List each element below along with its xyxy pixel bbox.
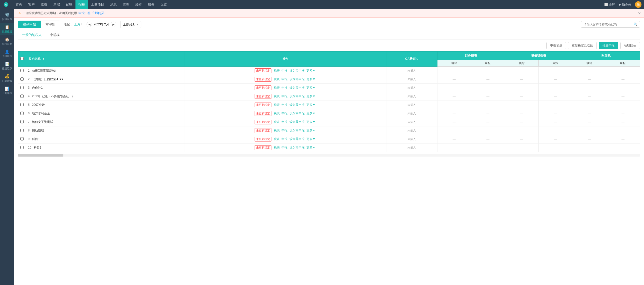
sidebar-item-personal-tax[interactable]: 👤 个税申报: [0, 48, 14, 60]
sort-icon[interactable]: ▼: [42, 58, 45, 60]
row-checkbox[interactable]: [20, 94, 24, 98]
nav-item-business[interactable]: 工商项目: [88, 0, 107, 9]
sidebar-item-annual-report[interactable]: 📊 工商年报: [0, 84, 14, 97]
op-link-zero[interactable]: 设为零申报: [290, 86, 305, 89]
op-link-report[interactable]: 申报: [281, 77, 288, 81]
row-checkbox[interactable]: [20, 146, 24, 149]
op-link-zero[interactable]: 设为零申报: [290, 146, 305, 149]
op-link-report[interactable]: 申报: [281, 69, 288, 72]
row-name: （勿删）江西胶宝-LSS: [32, 77, 63, 81]
row-checkbox[interactable]: [20, 103, 24, 106]
nav-item-home[interactable]: 首页: [13, 0, 25, 9]
op-link-report[interactable]: 申报: [281, 112, 288, 115]
op-link-more[interactable]: 更多▼: [306, 69, 315, 72]
date-next-btn[interactable]: ▶: [111, 22, 116, 27]
tab-small-scale[interactable]: 小规模: [46, 31, 64, 39]
logo[interactable]: C: [3, 1, 10, 8]
sidebar-item-tax-record[interactable]: 📑 报税记录: [0, 60, 14, 72]
op-link-zero[interactable]: 设为零申报: [290, 120, 305, 124]
op-link-report[interactable]: 申报: [281, 129, 288, 132]
op-link-zero[interactable]: 设为零申报: [290, 69, 305, 72]
region-info-icon[interactable]: ℹ: [81, 23, 83, 26]
nav-item-fee[interactable]: 收费: [38, 0, 50, 9]
banner-close-btn[interactable]: ✕: [638, 11, 641, 15]
op-link-tax-form[interactable]: 税表: [274, 103, 280, 107]
scrollbar-thumb[interactable]: [18, 154, 63, 157]
op-link-zero[interactable]: 设为零申报: [290, 112, 305, 115]
op-link-more[interactable]: 更多▼: [306, 129, 315, 132]
row-checkbox[interactable]: [20, 69, 24, 72]
op-link-tax-form[interactable]: 税表: [274, 77, 280, 81]
op-link-zero[interactable]: 设为零申报: [290, 137, 305, 141]
sidebar-item-batch-tax[interactable]: 📋 批量报税: [0, 23, 14, 35]
update-tax-btn[interactable]: 更新税定及取数: [568, 42, 597, 49]
table-row: 7 杨仙女工资测试 未更新税定 税表 申报 设为零申报 更多▼ 未插入 — — …: [18, 118, 640, 126]
search-button[interactable]: 🔍: [631, 21, 640, 27]
tab-zero-declaration[interactable]: 零申报: [41, 21, 60, 28]
op-link-more[interactable]: 更多▼: [306, 77, 315, 81]
op-link-zero[interactable]: 设为零申报: [290, 77, 305, 81]
horizontal-scrollbar[interactable]: [18, 154, 640, 157]
op-link-tax-form[interactable]: 税表: [274, 137, 280, 141]
op-link-more[interactable]: 更多▼: [306, 112, 315, 115]
banner-link-report[interactable]: 申报汇签: [78, 11, 91, 15]
row-num: 4: [28, 94, 30, 98]
nav-item-account[interactable]: 记账: [63, 0, 75, 9]
nav-item-customer[interactable]: 客户: [25, 0, 38, 9]
avatar[interactable]: 畅: [635, 1, 641, 8]
op-link-report[interactable]: 申报: [281, 103, 288, 107]
svg-text:C: C: [5, 4, 7, 6]
op-link-tax-form[interactable]: 税表: [274, 120, 280, 124]
op-link-tax-form[interactable]: 税表: [274, 86, 280, 89]
ca-sort-icon[interactable]: C: [416, 58, 418, 60]
op-link-more[interactable]: 更多▼: [306, 120, 315, 124]
op-link-tax-form[interactable]: 税表: [274, 69, 280, 72]
th-vat-report: 申报: [539, 60, 572, 67]
op-link-tax-form[interactable]: 税表: [274, 112, 280, 115]
op-link-report[interactable]: 申报: [281, 120, 288, 124]
op-link-tax-form[interactable]: 税表: [274, 146, 280, 149]
row-checkbox[interactable]: [20, 112, 24, 115]
tab-general-taxpayer[interactable]: 一般的纳税人: [18, 31, 46, 39]
batch-declare-btn[interactable]: 批量申报: [599, 42, 618, 49]
nav-item-settings[interactable]: 设置: [157, 0, 170, 9]
op-link-more[interactable]: 更多▼: [306, 94, 315, 98]
row-checkbox[interactable]: [20, 129, 24, 132]
nav-item-manage[interactable]: 管理: [120, 0, 132, 9]
op-link-more[interactable]: 更多▼: [306, 137, 315, 141]
vip-btn[interactable]: ▶畅会员: [619, 3, 631, 7]
row-checkbox[interactable]: [20, 86, 24, 89]
nav-item-message[interactable]: 消息: [107, 0, 120, 9]
op-link-more[interactable]: 更多▼: [306, 86, 315, 89]
nav-item-tax[interactable]: 报税: [75, 0, 88, 9]
banner-link-buy[interactable]: 立即购买: [92, 11, 104, 15]
fullscreen-btn[interactable]: ⬜全屏: [604, 3, 615, 7]
op-link-zero[interactable]: 设为零申报: [290, 129, 305, 132]
search-input[interactable]: [581, 22, 631, 27]
nav-item-operation[interactable]: 经营: [132, 0, 145, 9]
op-link-tax-form[interactable]: 税表: [274, 94, 280, 98]
sidebar-item-annual-settle[interactable]: 💰 汇算清缴: [0, 72, 14, 84]
op-link-tax-form[interactable]: 税表: [274, 129, 280, 132]
date-prev-btn[interactable]: ◀: [87, 22, 92, 27]
row-checkbox[interactable]: [20, 120, 24, 123]
op-link-report[interactable]: 申报: [281, 146, 288, 149]
row-checkbox[interactable]: [20, 77, 24, 81]
op-link-report[interactable]: 申报: [281, 86, 288, 89]
op-link-zero[interactable]: 设为零申报: [290, 103, 305, 107]
sidebar-item-tax-settings[interactable]: ⚙️ 报税设置: [0, 11, 14, 23]
nav-item-service[interactable]: 服务: [145, 0, 157, 9]
op-link-more[interactable]: 更多▼: [306, 146, 315, 149]
op-link-report[interactable]: 申报: [281, 137, 288, 141]
op-link-zero[interactable]: 设为零申报: [290, 94, 305, 98]
sidebar-item-tax-overview[interactable]: 🏠 报税总览: [0, 35, 14, 48]
nav-item-invoice[interactable]: 票据: [50, 0, 63, 9]
tab-tax-declaration[interactable]: 税款申报: [18, 21, 41, 28]
select-all-checkbox[interactable]: [20, 57, 24, 60]
declaration-record-btn[interactable]: 申报记录: [546, 42, 566, 49]
dept-selector[interactable]: 全部员工 ▼: [120, 21, 141, 28]
op-link-more[interactable]: 更多▼: [306, 103, 315, 107]
collect-receipt-btn[interactable]: 收取回执: [620, 42, 640, 49]
row-checkbox[interactable]: [20, 137, 24, 140]
op-link-report[interactable]: 申报: [281, 94, 288, 98]
